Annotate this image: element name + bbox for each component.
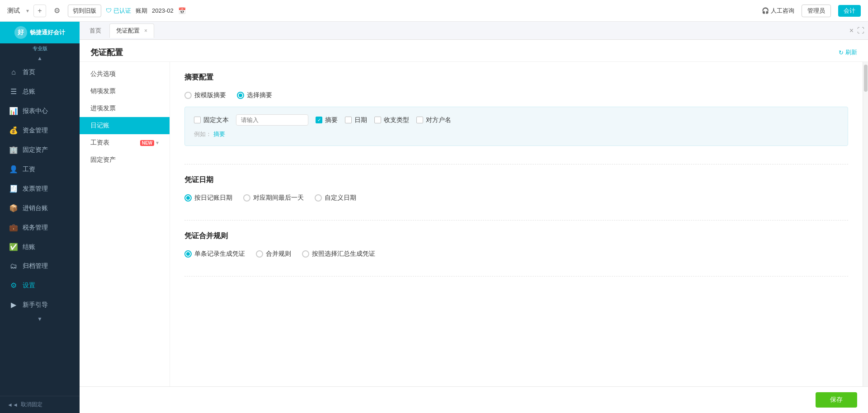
radio-by-date[interactable]: 按日记账日期	[184, 194, 232, 202]
counterpart-checkbox	[416, 117, 423, 123]
sidebar-item-invoice[interactable]: 🧾 发票管理	[0, 179, 80, 198]
expand-icon[interactable]: ⛶	[857, 27, 864, 35]
radio-merge-rule[interactable]: 合并规则	[256, 250, 291, 258]
radio-period-last-circle	[243, 194, 250, 202]
radio-template-circle	[184, 92, 192, 99]
nav-diary[interactable]: 日记账	[80, 117, 170, 134]
sidebar-item-report[interactable]: 📊 报表中心	[0, 101, 80, 121]
logo-text: 畅捷通好会计	[30, 28, 65, 37]
tab-close-icon[interactable]: ×	[144, 28, 147, 34]
sidebar-item-sales-purchase[interactable]: 📦 进销台账	[0, 198, 80, 218]
home-icon: ⌂	[9, 68, 18, 76]
top-header-right: 🎧 人工咨询 管理员 会计	[762, 5, 861, 17]
radio-single-record[interactable]: 单条记录生成凭证	[184, 250, 245, 258]
sidebar-item-tax[interactable]: 💼 税务管理	[0, 218, 80, 237]
fixed-text-checkbox	[194, 117, 201, 123]
summary-checkbox	[316, 117, 322, 123]
example-text: 例如： 摘要	[194, 130, 839, 138]
sidebar-item-payroll[interactable]: 👤 工资	[0, 160, 80, 179]
settlement-icon: ✅	[9, 243, 18, 251]
close-panel-icon[interactable]: ×	[849, 27, 854, 35]
page-title: 凭证配置	[90, 47, 123, 58]
voucher-date-section: 凭证日期 按日记账日期 对应期间最后一天	[184, 175, 848, 202]
fixed-text-input[interactable]	[236, 114, 308, 126]
sidebar-item-archive[interactable]: 🗂 归档管理	[0, 257, 80, 276]
ledger-icon: ☰	[9, 87, 18, 96]
checkbox-summary[interactable]: 摘要	[316, 116, 338, 124]
radio-single-circle	[184, 250, 192, 258]
radio-select-circle	[237, 92, 244, 99]
settings-icon[interactable]: ⚙	[51, 5, 63, 17]
payroll-icon: 👤	[9, 165, 18, 174]
nav-purchase-invoice[interactable]: 进项发票	[80, 100, 170, 117]
merge-rule-section: 凭证合并规则 单条记录生成凭证 合并规则	[184, 231, 848, 258]
checkbox-fixed-text[interactable]: 固定文本	[194, 116, 229, 124]
accountant-button[interactable]: 会计	[838, 5, 861, 17]
period-value: 2023-02	[152, 7, 174, 14]
merge-rule-radio-group: 单条记录生成凭证 合并规则 按照选择汇总生成凭证	[184, 250, 848, 258]
page-inner: 凭证配置 ↻ 刷新 公共选项 销项发票	[80, 40, 868, 413]
right-panel: 首页 凭证配置 × × ⛶ 凭证配置 ↻ 刷新	[80, 22, 868, 413]
radio-custom-date[interactable]: 自定义日期	[315, 194, 356, 202]
logo-icon: 好	[14, 26, 27, 39]
tab-bar: 首页 凭证配置 × × ⛶	[80, 22, 868, 40]
summary-row: 固定文本 摘要 日期	[194, 114, 839, 126]
save-button[interactable]: 保存	[816, 392, 857, 408]
nav-fixed-assets[interactable]: 固定资产	[80, 151, 170, 169]
shield-icon: 🛡	[106, 7, 112, 14]
sidebar-scroll-down[interactable]: ▼	[0, 314, 80, 324]
sidebar-item-settings[interactable]: ⚙ 设置	[0, 276, 80, 295]
sidebar-item-settlement[interactable]: ✅ 结账	[0, 237, 80, 257]
add-button[interactable]: +	[33, 5, 46, 17]
radio-select-summary[interactable]: 选择摘要	[237, 91, 272, 99]
calendar-icon[interactable]: 📅	[178, 7, 186, 14]
manager-button[interactable]: 管理员	[802, 5, 831, 17]
guide-icon: ▶	[9, 300, 18, 309]
page-header: 凭证配置 ↻ 刷新	[80, 40, 868, 62]
sidebar-item-capital[interactable]: 💰 资金管理	[0, 121, 80, 140]
radio-select-generate[interactable]: 按照选择汇总生成凭证	[302, 250, 375, 258]
pin-icon: ◄◄	[7, 402, 18, 408]
archive-icon: 🗂	[9, 262, 18, 270]
nav-public[interactable]: 公共选项	[80, 66, 170, 83]
sidebar-item-fixed-assets[interactable]: 🏢 固定资产	[0, 140, 80, 160]
fixed-assets-icon: 🏢	[9, 145, 18, 154]
chevron-salary-icon: ▾	[156, 140, 159, 146]
sidebar-item-guide[interactable]: ▶ 新手引导	[0, 295, 80, 314]
radio-period-last[interactable]: 对应期间最后一天	[243, 194, 304, 202]
config-panel: 摘要配置 按模版摘要 选择摘要	[170, 62, 863, 386]
service-button[interactable]: 🎧 人工咨询	[762, 7, 794, 15]
voucher-date-title: 凭证日期	[184, 175, 848, 185]
sidebar-item-home[interactable]: ⌂ 首页	[0, 63, 80, 82]
checkbox-counterpart[interactable]: 对方户名	[416, 116, 451, 124]
capital-icon: 💰	[9, 126, 18, 135]
radio-select-gen-circle	[302, 250, 309, 258]
income-type-checkbox	[374, 117, 381, 123]
checkbox-income-type[interactable]: 收支类型	[374, 116, 409, 124]
summary-config-section: 摘要配置 按模版摘要 选择摘要	[184, 73, 848, 146]
tab-actions: × ⛶	[849, 27, 864, 35]
nav-salary-table[interactable]: 工资表 NEW ▾	[80, 134, 170, 151]
invoice-icon: 🧾	[9, 184, 18, 193]
cancel-pin-button[interactable]: ◄◄ 取消固定	[0, 396, 80, 413]
checkbox-date[interactable]: 日期	[345, 116, 367, 124]
right-scrollbar[interactable]	[863, 62, 868, 386]
refresh-button[interactable]: ↻ 刷新	[839, 48, 857, 56]
tab-voucher-config[interactable]: 凭证配置 ×	[109, 23, 154, 38]
content-area: 凭证配置 ↻ 刷新 公共选项 销项发票	[80, 40, 868, 413]
switch-old-version-button[interactable]: 切到旧版	[68, 5, 101, 17]
scrollbar-thumb	[864, 65, 868, 92]
sidebar-scroll-up[interactable]: ▲	[0, 54, 80, 63]
radio-merge-circle	[256, 250, 263, 258]
top-header: 测试 ▾ + ⚙ 切到旧版 🛡 已认证 账期 2023-02 📅 🎧 人工咨询 …	[0, 0, 868, 22]
report-icon: 📊	[9, 107, 18, 115]
left-nav: 公共选项 销项发票 进项发票 日记账 工资表	[80, 62, 170, 386]
period-label: 账期	[136, 7, 147, 15]
sidebar-item-ledger[interactable]: ☰ 总账	[0, 82, 80, 101]
summary-section-title: 摘要配置	[184, 73, 848, 82]
radio-template-summary[interactable]: 按模版摘要	[184, 91, 226, 99]
nav-sales-invoice[interactable]: 销项发票	[80, 83, 170, 100]
chevron-down-icon[interactable]: ▾	[26, 8, 29, 14]
new-badge: NEW	[140, 140, 154, 146]
tab-home[interactable]: 首页	[83, 23, 108, 38]
